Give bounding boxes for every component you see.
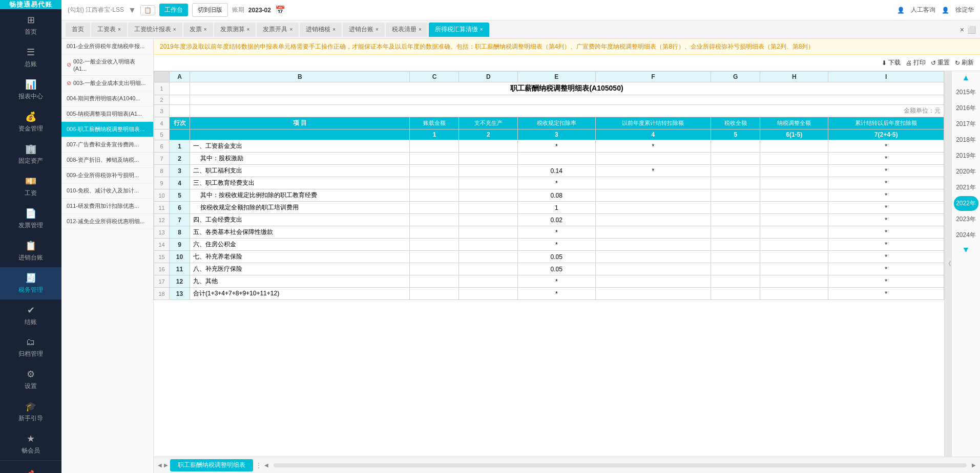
list-panel: 001-企业所得税年度纳税申报... ⊘ 002-一般企业收入明细表(A1...… [61, 39, 154, 473]
sidebar-item-close[interactable]: ✔ 结账 [0, 299, 61, 332]
year-2024[interactable]: 2024年 [954, 228, 978, 243]
sidebar-item-ledger[interactable]: ☰ 总账 [0, 41, 61, 74]
more-icon[interactable]: ⋮ [255, 461, 262, 469]
sidebar-item-home[interactable]: ⊞ 首页 [0, 9, 61, 41]
tab-tax-settlement[interactable]: 所得税汇算清缴× [429, 23, 489, 37]
report-icon: 📊 [25, 79, 36, 90]
list-item-004[interactable]: 004-期间费用明细表(A1040... [61, 91, 153, 106]
collapse-handle[interactable]: 《 [944, 71, 951, 457]
year-2023[interactable]: 2023年 [954, 212, 978, 227]
year-down-button[interactable]: ▼ [960, 243, 972, 256]
empty-row-2: 2 [154, 95, 944, 105]
sidebar-item-settings[interactable]: ⚙ 设置 [0, 363, 61, 396]
list-item-010[interactable]: 010-免税、减计收入及加计... [61, 183, 153, 199]
user-avatar: 👤 [942, 7, 949, 14]
maximize-button[interactable]: ⬜ [967, 26, 976, 34]
calendar-icon[interactable]: 📅 [275, 5, 285, 15]
tab-invoice-close[interactable]: × [204, 27, 207, 32]
year-2022[interactable]: 2022年 [954, 196, 978, 211]
list-item-011[interactable]: 011-研发费用加计扣除优惠... [61, 199, 153, 214]
sidebar-item-assets[interactable]: 🏢 固定资产 [0, 138, 61, 170]
list-item-009[interactable]: 009-企业所得税弥补亏损明... [61, 168, 153, 183]
sidebar-item-member[interactable]: ★ 畅会员 [0, 428, 61, 460]
company-label: (勾划) 江西睿宝-LSS [68, 6, 124, 14]
sidebar-item-report[interactable]: 📊 报表中心 [0, 74, 61, 106]
tab-invoice-calc-close[interactable]: × [247, 27, 250, 32]
tab-invoice-issue-close[interactable]: × [289, 27, 293, 32]
dropdown-icon[interactable]: ▼ [128, 6, 136, 15]
tabbar-actions: × ⬜ [960, 26, 976, 34]
unit-label: 金额单位：元 [190, 105, 944, 117]
refresh-button[interactable]: ↻ 刷新 [955, 58, 974, 67]
sidebar-item-salary[interactable]: 💴 工资 [0, 170, 61, 203]
sidebar: 畅捷通易代账 ⊞ 首页 ☰ 总账 📊 报表中心 💰 资金管理 🏢 固定资产 💴 … [0, 0, 61, 473]
tab-invoice-calc[interactable]: 发票测算× [214, 23, 256, 37]
download-button[interactable]: ⬇ 下载 [882, 58, 901, 67]
tab-salary-report[interactable]: 工资统计报表× [128, 23, 182, 37]
sidebar-item-archive[interactable]: 🗂 归档管理 [0, 332, 61, 363]
tab-salary[interactable]: 工资表× [91, 23, 127, 37]
sidebar-item-invoice[interactable]: 📄 发票管理 [0, 203, 61, 235]
scrollbar-left[interactable]: ◀ [264, 462, 268, 468]
tab-tax-settlement-close[interactable]: × [480, 27, 483, 32]
data-row-7: 7 2 其中：股权激励 * [154, 153, 944, 165]
list-item-005[interactable]: 005-纳税调整项目明细表(A1... [61, 106, 153, 122]
year-2020[interactable]: 2020年 [954, 164, 978, 179]
tab-purchase-check[interactable]: 进销稽核× [300, 23, 342, 37]
tab-purchase-ledger-close[interactable]: × [376, 27, 379, 32]
sheet-nav-left[interactable]: ◀ [158, 462, 162, 468]
sidebar-item-capital[interactable]: 💰 资金管理 [0, 106, 61, 138]
home-icon: ⊞ [27, 14, 35, 26]
list-item-007[interactable]: 007-广告费和业务宣传费跨... [61, 137, 153, 153]
tab-salary-close[interactable]: × [118, 27, 121, 32]
data-row-8: 8 3 二、职工福利支出 0.14 * * [154, 165, 944, 177]
list-item-001[interactable]: 001-企业所得税年度纳税申报... [61, 39, 153, 54]
sidebar-item-guide[interactable]: 🎓 新手引导 [0, 396, 61, 428]
service-icon: 👤 [897, 7, 905, 14]
copy-period-button[interactable]: 📋 [140, 5, 155, 15]
tab-purchase-check-close[interactable]: × [332, 27, 336, 32]
sheet-tabs: ◀ ▶ 职工薪酬纳税调整明细表 ⋮ ◀ ▶ [154, 457, 980, 473]
app-logo: 畅捷通易代账 [0, 0, 61, 9]
year-2016[interactable]: 2016年 [954, 101, 978, 116]
sheet-nav-right[interactable]: ▶ [164, 462, 168, 468]
year-up-button[interactable]: ▲ [960, 71, 972, 84]
list-item-002[interactable]: ⊘ 002-一般企业收入明细表(A1... [61, 54, 153, 76]
horizontal-scrollbar[interactable] [274, 463, 967, 467]
topbar: (勾划) 江西睿宝-LSS ▼ 📋 工作台 切到旧版 账期 2023-02 📅 … [61, 0, 980, 20]
tab-salary-report-close[interactable]: × [173, 27, 176, 32]
year-2021[interactable]: 2021年 [954, 180, 978, 195]
sidebar-bottom: 📌 取消固定 [0, 460, 61, 473]
tab-invoice-issue[interactable]: 发票开具× [257, 23, 299, 37]
list-item-008[interactable]: 008-资产折旧、摊销及纳税... [61, 153, 153, 168]
year-2019[interactable]: 2019年 [954, 148, 978, 163]
tab-tax-table-close[interactable]: × [419, 27, 422, 32]
user-label[interactable]: 徐淀华 [955, 6, 974, 14]
scrollbar-right[interactable]: ▶ [972, 462, 976, 468]
error-icon-002: ⊘ [67, 61, 71, 68]
print-button[interactable]: 🖨 打印 [906, 58, 926, 67]
list-item-006[interactable]: 006-职工薪酬纳税调整明细表... [61, 122, 153, 137]
title-row: 1 职工薪酬纳税调整明细表(A105050) [154, 82, 944, 95]
list-item-003[interactable]: ⊘ 003-一般企业成本支出明细... [61, 76, 153, 91]
tab-home[interactable]: 首页 [66, 23, 90, 37]
table-wrapper[interactable]: A B C D E F G H I [154, 71, 944, 457]
year-2015[interactable]: 2015年 [954, 85, 978, 100]
sidebar-item-tax[interactable]: 🧾 税务管理 [0, 267, 61, 299]
sidebar-item-purchase[interactable]: 📋 进销台账 [0, 235, 61, 267]
unpin-button[interactable]: 📌 取消固定 [2, 465, 59, 473]
switch-old-button[interactable]: 切到旧版 [192, 3, 228, 17]
year-2017[interactable]: 2017年 [954, 117, 978, 132]
service-label[interactable]: 人工客询 [911, 6, 935, 14]
reset-button[interactable]: ↺ 重置 [931, 58, 950, 67]
tab-purchase-ledger[interactable]: 进销台账× [343, 23, 385, 37]
list-item-012[interactable]: 012-减免企业所得税优惠明细... [61, 214, 153, 229]
close-tabs-button[interactable]: × [960, 26, 964, 34]
sheet-body: A B C D E F G H I [154, 71, 980, 457]
year-2018[interactable]: 2018年 [954, 133, 978, 147]
tab-invoice[interactable]: 发票× [183, 23, 213, 37]
sheet-tab-salary[interactable]: 职工薪酬纳税调整明细表 [170, 459, 253, 471]
tab-tax-table[interactable]: 税表清册× [386, 23, 428, 37]
header-col4: 以前年度累计结转扣除额 [595, 117, 711, 130]
workbench-button[interactable]: 工作台 [159, 4, 188, 16]
